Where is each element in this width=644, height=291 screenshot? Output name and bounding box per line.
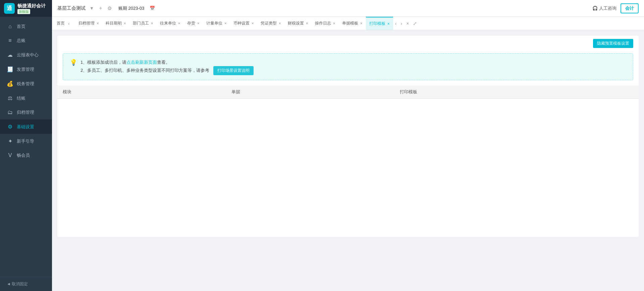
tab-subject-label: 科目期初 <box>106 20 122 26</box>
tab-close-all[interactable]: × <box>404 17 411 30</box>
sidebar-label-ledger: 总账 <box>17 38 25 44</box>
tab-expand[interactable]: ⤢ <box>411 17 419 30</box>
tab-bill-template-label: 单据模板 <box>342 20 358 26</box>
tab-bill-template[interactable]: 单据模板 × <box>339 17 366 30</box>
tab-tax-settings-label: 财税设置 <box>288 20 304 26</box>
print-template-table: 模块 单据 打印模板 <box>57 86 639 99</box>
sidebar-item-archive[interactable]: 🗂 归档管理 <box>0 105 52 119</box>
sidebar-label-reports: 云报表中心 <box>17 52 39 58</box>
tab-scroll-left[interactable]: ‹ <box>393 17 399 30</box>
tab-archive-close[interactable]: × <box>97 21 99 26</box>
content-header: 隐藏预置模板设置 <box>57 36 639 48</box>
tab-bill-template-close[interactable]: × <box>360 21 363 26</box>
topbar: 基层工会测试 ▼ ＋ ⚙ 账期 2023-03 📅 🎧 人工咨询 会计 <box>52 0 644 17</box>
tab-print-template-label: 打印模板 <box>369 21 385 27</box>
tab-voucher-type[interactable]: 凭证类型 × <box>257 17 284 30</box>
tab-customer-label: 往来单位 <box>160 20 176 26</box>
tab-operation-log-close[interactable]: × <box>333 21 335 26</box>
sidebar-label-home: 首页 <box>17 23 25 30</box>
sidebar-nav: ⌂ 首页 ≡ 总账 ☁ 云报表中心 🧾 发票管理 💰 税务管理 ⚖ 结账 🗂 归… <box>0 17 52 277</box>
service-button[interactable]: 🎧 人工咨询 <box>592 5 616 11</box>
content-panel: 隐藏预置模板设置 💡 1、模板添加成功后，请点击刷新新页面查看。 2、多员工、多… <box>57 36 639 237</box>
sidebar-item-tax[interactable]: 💰 税务管理 <box>0 77 52 91</box>
sidebar-item-home[interactable]: ⌂ 首页 <box>0 19 52 34</box>
sidebar-item-ledger[interactable]: ≡ 总账 <box>0 34 52 48</box>
logo-icon: 通 <box>4 3 15 14</box>
tab-department-close[interactable]: × <box>151 21 153 26</box>
tab-department[interactable]: 部门员工 × <box>129 17 157 30</box>
sidebar-item-settings[interactable]: ⚙ 基础设置 <box>0 119 52 134</box>
tab-subject[interactable]: 科目期初 × <box>102 17 129 30</box>
logo-sub-text: 旗舰版 <box>17 9 30 14</box>
notice-content: 1、模板添加成功后，请点击刷新新页面查看。 2、多员工、多打印机、多种业务类型设… <box>80 58 626 75</box>
tab-inventory-label: 存货 <box>187 20 195 26</box>
tab-archive-label: 归档管理 <box>78 20 95 26</box>
tab-archive[interactable]: 归档管理 × <box>75 17 102 30</box>
content-area: 隐藏预置模板设置 💡 1、模板添加成功后，请点击刷新新页面查看。 2、多员工、多… <box>52 30 644 291</box>
settlement-icon: ⚖ <box>7 95 13 101</box>
tab-customer[interactable]: 往来单位 × <box>157 17 184 30</box>
tab-voucher-type-close[interactable]: × <box>279 21 281 26</box>
tax-icon: 💰 <box>7 81 13 87</box>
tabbar: 首页 ‹ 归档管理 × 科目期初 × 部门员工 × 往来单位 × 存货 × 计量… <box>52 17 644 30</box>
calendar-icon[interactable]: 📅 <box>150 6 155 11</box>
settings-gear-icon[interactable]: ⚙ <box>107 5 112 11</box>
sidebar-label-archive: 归档管理 <box>17 109 34 115</box>
tab-currency[interactable]: 币种设置 × <box>230 17 257 30</box>
tab-tax-settings-close[interactable]: × <box>306 21 308 26</box>
tab-print-template-close[interactable]: × <box>387 21 390 26</box>
account-type-button[interactable]: 会计 <box>621 3 639 13</box>
tab-inventory[interactable]: 存货 × <box>184 17 203 30</box>
sidebar-item-vip[interactable]: V 畅会员 <box>0 148 52 162</box>
invoice-icon: 🧾 <box>7 66 13 72</box>
period-value: 2023-03 <box>128 6 145 11</box>
sidebar-item-invoice[interactable]: 🧾 发票管理 <box>0 62 52 77</box>
sidebar-label-tax: 税务管理 <box>17 81 34 87</box>
sidebar-item-settlement[interactable]: ⚖ 结账 <box>0 91 52 105</box>
tab-voucher-type-label: 凭证类型 <box>261 20 277 26</box>
tab-customer-close[interactable]: × <box>178 21 180 26</box>
tab-inventory-close[interactable]: × <box>197 21 200 26</box>
refresh-link[interactable]: 点击刷新新页面 <box>126 60 157 65</box>
guide-icon: ✦ <box>7 138 13 144</box>
notice-line2: 2、多员工、多打印机、多种业务类型设置不同打印方案等，请参考 打印场景设置说明 <box>80 66 626 75</box>
ledger-icon: ≡ <box>7 38 13 44</box>
dropdown-arrow-icon[interactable]: ▼ <box>90 6 94 11</box>
tab-home-label: 首页 <box>57 20 65 26</box>
tab-unit-close[interactable]: × <box>224 21 227 26</box>
tab-tax-settings[interactable]: 财税设置 × <box>284 17 312 30</box>
tab-unit[interactable]: 计量单位 × <box>203 17 230 30</box>
tab-operation-log[interactable]: 操作日志 × <box>312 17 339 30</box>
tab-scroll-right[interactable]: › <box>399 17 405 30</box>
tab-subject-close[interactable]: × <box>124 21 126 26</box>
lightbulb-icon: 💡 <box>70 59 77 66</box>
sidebar-unpin-button[interactable]: ◄ 取消固定 <box>0 277 52 291</box>
tab-unit-label: 计量单位 <box>206 20 222 26</box>
tab-home[interactable]: 首页 ‹ <box>53 17 75 30</box>
vip-icon: V <box>7 152 13 158</box>
company-name: 基层工会测试 <box>57 5 86 11</box>
tab-currency-close[interactable]: × <box>252 21 254 26</box>
sidebar-label-vip: 畅会员 <box>17 152 30 158</box>
unpin-label: ◄ 取消固定 <box>7 281 28 287</box>
table-header-module: 模块 <box>57 86 226 99</box>
add-tab-icon[interactable]: ＋ <box>98 5 103 12</box>
service-label: 人工咨询 <box>599 5 616 11</box>
sidebar-item-guide[interactable]: ✦ 新手引导 <box>0 134 52 148</box>
table-header-bill: 单据 <box>226 86 395 99</box>
sidebar-item-reports[interactable]: ☁ 云报表中心 <box>0 48 52 62</box>
main-area: 基层工会测试 ▼ ＋ ⚙ 账期 2023-03 📅 🎧 人工咨询 会计 首页 ‹… <box>52 0 644 291</box>
hide-template-button[interactable]: 隐藏预置模板设置 <box>593 39 633 48</box>
sidebar-label-invoice: 发票管理 <box>17 66 34 72</box>
tab-print-template[interactable]: 打印模板 × <box>366 17 393 30</box>
archive-icon: 🗂 <box>7 109 13 115</box>
settings-icon: ⚙ <box>7 124 13 130</box>
sidebar: 通 畅捷通好会计 旗舰版 ⌂ 首页 ≡ 总账 ☁ 云报表中心 🧾 发票管理 💰 … <box>0 0 52 291</box>
period-label: 账期 2023-03 <box>118 5 144 11</box>
print-scene-btn[interactable]: 打印场景设置说明 <box>213 66 254 75</box>
tab-currency-label: 币种设置 <box>233 20 250 26</box>
sidebar-label-guide: 新手引导 <box>17 138 34 144</box>
tab-nav-back[interactable]: ‹ <box>66 21 72 26</box>
home-icon: ⌂ <box>7 23 13 30</box>
table-header-print-template: 打印模板 <box>394 86 639 99</box>
